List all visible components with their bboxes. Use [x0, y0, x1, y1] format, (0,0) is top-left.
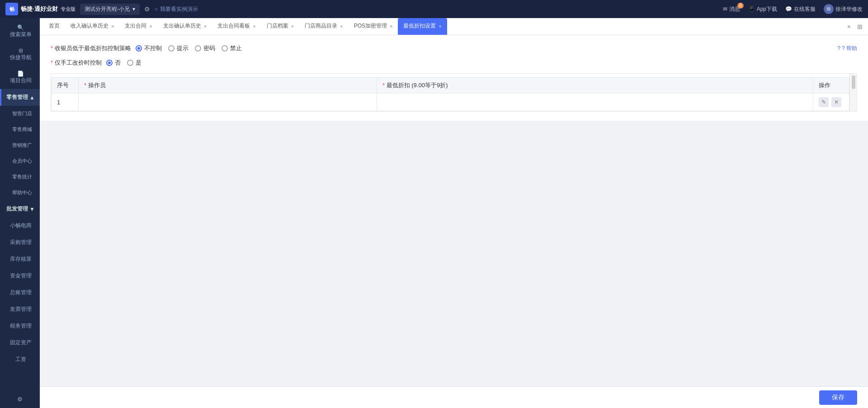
sidebar-item-inventory[interactable]: 库存核算 — [0, 251, 40, 267]
col-min-discount: * 最低折扣 (9.00等于9折) — [377, 78, 813, 94]
sidebar-label-retail-mall: 零售商城 — [6, 126, 38, 133]
sidebar-label-shortcut: 快捷导航 — [3, 54, 38, 61]
tab-store-goods[interactable]: 门店商品目录 × — [299, 18, 348, 35]
col-min-discount-text: 最低折扣 (9.00等于9折) — [387, 82, 448, 89]
col-seq: 序号 — [52, 78, 79, 94]
settings-icon[interactable]: ⚙ — [144, 5, 150, 13]
tab-payment-contract-label: 支出合同 — [125, 22, 146, 30]
tab-payment-history-close[interactable]: × — [204, 23, 207, 29]
radio-manual-no-dot — [108, 61, 111, 64]
version-badge: 专业版 — [61, 6, 75, 13]
tab-payment-contract-close[interactable]: × — [149, 23, 152, 29]
sidebar-item-purchase[interactable]: 采购管理 — [0, 234, 40, 251]
app-download-label: App下载 — [757, 5, 777, 13]
table-scrollbar[interactable] — [849, 74, 857, 111]
tab-bar-actions: × ⊞ — [845, 22, 864, 31]
sidebar-item-tax[interactable]: 税务管理 — [0, 318, 40, 334]
control-radio-group: 不控制 提示 密码 禁止 — [136, 44, 242, 52]
tab-income-history[interactable]: 收入确认单历史 × — [65, 18, 119, 35]
delete-btn[interactable]: ✕ — [831, 97, 841, 107]
sidebar-item-assets[interactable]: 固定资产 — [0, 334, 40, 351]
user-item[interactable]: 徐 徐泽华修改 — [824, 4, 863, 14]
control-label-text: 收银员低于最低折扣控制策略 — [55, 45, 131, 52]
sidebar-item-project[interactable]: 📄 项目合同 — [0, 66, 40, 89]
help-label: ? 帮助 — [842, 45, 857, 52]
tab-pos-password-close[interactable]: × — [390, 23, 392, 29]
sidebar-item-wholesale[interactable]: 批发管理 ▼ — [0, 201, 40, 217]
radio-password[interactable]: 密码 — [195, 44, 215, 52]
sidebar-item-retail-stat[interactable]: 零售统计 — [0, 169, 40, 185]
radio-remind[interactable]: 提示 — [168, 44, 189, 52]
messages-item[interactable]: ✉ 消息 8 — [723, 5, 740, 13]
sidebar-label-tax: 税务管理 — [3, 322, 38, 330]
sidebar-item-invoice[interactable]: 发票管理 — [0, 301, 40, 318]
sidebar-label-member: 会员中心 — [6, 158, 38, 164]
tab-min-discount-close[interactable]: × — [439, 23, 441, 29]
sidebar-item-member[interactable]: 会员中心 — [0, 153, 40, 169]
radio-manual-no-label: 否 — [115, 59, 121, 67]
sidebar-item-marketing[interactable]: 营销推广 — [0, 137, 40, 153]
gear-icon: ⚙ — [17, 396, 23, 403]
chevron-down-icon: ▾ — [132, 6, 135, 12]
save-button[interactable]: 保存 — [819, 390, 857, 405]
demo-label: 我要看实例演示 — [160, 5, 198, 13]
logo-icon: 畅 — [5, 3, 18, 15]
sidebar-label-invoice: 发票管理 — [3, 305, 38, 313]
radio-no-control-circle — [136, 45, 142, 52]
tab-close-btn[interactable]: × — [845, 22, 853, 31]
sidebar-settings[interactable]: ⚙ — [12, 390, 28, 408]
service-icon: 💬 — [785, 6, 792, 12]
radio-manual-no-circle — [106, 60, 113, 66]
tab-payment-contract[interactable]: 支出合同 × — [119, 18, 157, 35]
tab-store-archive-label: 门店档案 — [267, 22, 288, 30]
tab-home[interactable]: 首页 — [43, 18, 65, 35]
sidebar-item-ledger[interactable]: 总账管理 — [0, 284, 40, 301]
tab-min-discount[interactable]: 最低折扣设置 × — [398, 18, 447, 35]
tab-store-goods-close[interactable]: × — [340, 23, 343, 29]
edit-btn[interactable]: ✎ — [819, 97, 829, 107]
table-head: 序号 * 操作员 * 最低折扣 (9.00等于9折) 操作 — [52, 78, 849, 94]
demo-icon: ○ — [155, 6, 158, 12]
tab-bar: 首页 收入确认单历史 × 支出合同 × 支出确认单历史 × 支出合同看板 × 门… — [40, 18, 868, 35]
sidebar-label-purchase: 采购管理 — [3, 239, 38, 246]
radio-manual-yes[interactable]: 是 — [127, 59, 142, 67]
page-content: * 收银员低于最低折扣控制策略 不控制 提示 — [40, 35, 868, 386]
sidebar-item-smart-store[interactable]: 智营门店 — [0, 106, 40, 122]
table-header-row: 序号 * 操作员 * 最低折扣 (9.00等于9折) 操作 — [52, 78, 849, 94]
tab-expand-btn[interactable]: ⊞ — [855, 22, 864, 31]
radio-forbid[interactable]: 禁止 — [222, 44, 242, 52]
help-link[interactable]: ? ? 帮助 — [837, 45, 857, 52]
sidebar-item-retail-mall[interactable]: 零售商城 — [0, 122, 40, 137]
topbar: 畅 畅捷·通好业财 专业版 测试分开亮程-小兄 ▾ ⚙ ○ 我要看实例演示 ✉ … — [0, 0, 868, 18]
tab-store-archive[interactable]: 门店档案 × — [261, 18, 299, 35]
radio-manual-no[interactable]: 否 — [106, 59, 121, 67]
tab-payment-board[interactable]: 支出合同看板 × — [212, 18, 261, 35]
tab-payment-history[interactable]: 支出确认单历史 × — [158, 18, 212, 35]
table-body: 1 ✎ ✕ — [52, 94, 849, 111]
help-icon: ? — [837, 45, 840, 52]
sidebar-item-shortcut[interactable]: ⊞ 快捷导航 — [0, 43, 40, 66]
page-panel: * 收银员低于最低折扣控制策略 不控制 提示 — [40, 35, 868, 121]
manual-label-text: 仅手工改价时控制 — [55, 59, 102, 66]
logo-area: 畅 畅捷·通好业财 专业版 — [5, 3, 75, 15]
sidebar-item-capital[interactable]: 资金管理 — [0, 267, 40, 284]
sidebar-item-salary[interactable]: 工资 — [0, 351, 40, 368]
demo-link[interactable]: ○ 我要看实例演示 — [155, 5, 198, 13]
tab-payment-board-close[interactable]: × — [253, 23, 255, 29]
manual-radio-group: 否 是 — [106, 59, 142, 67]
online-service-item[interactable]: 💬 在线客服 — [785, 5, 816, 13]
radio-password-circle — [195, 45, 201, 52]
radio-manual-yes-label: 是 — [136, 59, 142, 67]
project-selector[interactable]: 测试分开亮程-小兄 ▾ — [80, 4, 140, 15]
tab-store-archive-close[interactable]: × — [291, 23, 294, 29]
sidebar-item-help[interactable]: 帮助中心 — [0, 185, 40, 201]
app-download-item[interactable]: 📱 App下载 — [748, 5, 777, 13]
tab-income-history-close[interactable]: × — [111, 23, 114, 29]
tab-pos-password[interactable]: POS加密管理 × — [349, 18, 398, 35]
sidebar-item-ecommerce[interactable]: 小畅电商 — [0, 217, 40, 234]
sidebar-item-search[interactable]: 🔍 搜索菜单 — [0, 20, 40, 43]
sidebar-item-retail[interactable]: 零售管理 ▲ — [0, 89, 40, 106]
cell-seq: 1 — [52, 94, 79, 111]
radio-no-control[interactable]: 不控制 — [136, 44, 162, 52]
radio-password-label: 密码 — [203, 44, 215, 52]
